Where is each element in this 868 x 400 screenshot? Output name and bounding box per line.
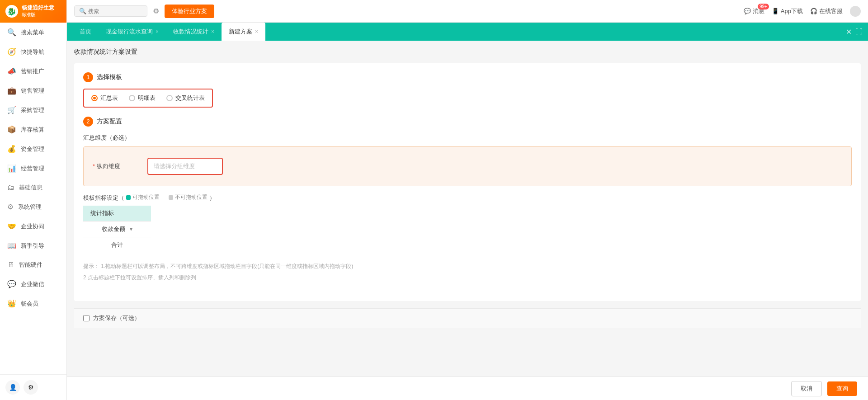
- query-button[interactable]: 查询: [827, 381, 857, 396]
- tips-section: 提示： 1.拖动标题栏可以调整布局，不可跨维度或指标区域拖动栏目字段(只能在同一…: [83, 262, 852, 283]
- topbar-actions: 💬 消息 99+ 📱 App下载 🎧 在线客服: [744, 6, 861, 17]
- step1-section: 1 选择模板 汇总表 明细表 交叉统计表: [83, 72, 852, 108]
- radio-detail-circle: [129, 95, 135, 101]
- nav-label-13: 企业微信: [21, 280, 44, 288]
- draggable-label: 可拖动位置: [126, 193, 160, 201]
- main-area: 🔍 ⚙ 体验行业方案 💬 消息 99+ 📱 App下载 🎧 在线客服: [67, 0, 868, 400]
- download-icon: 📱: [772, 8, 779, 14]
- nav-label-10: 企业协同: [21, 222, 44, 231]
- nav-icon-3: 💼: [7, 86, 16, 95]
- metrics-header-end: ）: [209, 194, 215, 201]
- footer-section: 方案保存（可选）: [74, 308, 861, 328]
- tabs-right-controls: ✕ ⛶: [846, 28, 863, 36]
- user-item[interactable]: [850, 6, 861, 17]
- sidebar-item-0[interactable]: 🔍搜索菜单: [0, 23, 66, 42]
- metrics-left: 统计指标 收款金额 ▾ 合计: [83, 206, 151, 253]
- radio-detail-label: 明细表: [138, 94, 156, 102]
- sidebar-item-3[interactable]: 💼销售管理: [0, 81, 66, 100]
- sidebar-logo: 🐉 畅捷通好生意 标准版: [0, 0, 66, 23]
- nav-label-9: 系统管理: [18, 203, 42, 211]
- nav-icon-7: 📊: [7, 164, 16, 173]
- nav-label-1: 快捷导航: [21, 48, 44, 56]
- radio-summary[interactable]: 汇总表: [91, 94, 118, 102]
- search-icon: 🔍: [79, 8, 86, 14]
- sidebar-item-14[interactable]: 👑畅会员: [0, 294, 66, 313]
- nav-label-2: 营销推广: [21, 67, 44, 75]
- tab-cashflow-close[interactable]: ×: [156, 28, 159, 35]
- notification-item[interactable]: 💬 消息 99+: [744, 7, 764, 15]
- sidebar-item-12[interactable]: 🖥智能硬件: [0, 255, 66, 274]
- step1-title: 选择模板: [97, 73, 122, 81]
- nav-label-5: 库存核算: [21, 126, 44, 134]
- tabs-close-icon[interactable]: ✕: [846, 28, 852, 36]
- sidebar-item-13[interactable]: 💬企业微信: [0, 274, 66, 294]
- sidebar-item-2[interactable]: 📣营销推广: [0, 61, 66, 81]
- sidebar-item-8[interactable]: 🗂基础信息: [0, 178, 66, 197]
- nav-icon-2: 📣: [7, 67, 16, 75]
- logo-edition: 标准版: [22, 12, 54, 18]
- sidebar-item-4[interactable]: 🛒采购管理: [0, 100, 66, 120]
- metrics-category-header[interactable]: 统计指标: [83, 206, 151, 221]
- nav-icon-6: 💰: [7, 145, 16, 153]
- nav-label-8: 基础信息: [19, 184, 42, 192]
- search-box[interactable]: 🔍: [74, 5, 147, 17]
- save-plan-checkbox[interactable]: [83, 315, 90, 321]
- dimension-arrow: ——: [127, 163, 140, 170]
- nav-icon-14: 👑: [7, 299, 16, 308]
- service-item[interactable]: 🎧 在线客服: [810, 7, 843, 15]
- tab-new-plan-close[interactable]: ×: [255, 28, 258, 35]
- sidebar-item-11[interactable]: 📖新手引导: [0, 236, 66, 255]
- search-input[interactable]: [88, 8, 142, 14]
- tab-home[interactable]: 首页: [72, 23, 99, 41]
- settings-icon[interactable]: ⚙: [153, 7, 159, 15]
- sidebar-item-7[interactable]: 📊经营管理: [0, 159, 66, 178]
- radio-cross-label: 交叉统计表: [175, 94, 205, 102]
- download-label: App下载: [781, 7, 803, 15]
- tip-2: 2.点击标题栏下拉可设置排序、插入列和删除列: [83, 273, 852, 283]
- step2-num: 2: [83, 117, 93, 127]
- tab-new-plan-label: 新建方案: [229, 28, 252, 36]
- metrics-header: 模板指标设定（ 可拖动位置 不可拖动位置 ）: [83, 193, 852, 202]
- tab-receipts[interactable]: 收款情况统计 ×: [166, 23, 222, 41]
- tab-receipts-label: 收款情况统计: [173, 28, 208, 36]
- sidebar-item-1[interactable]: 🧭快捷导航: [0, 42, 66, 61]
- tab-receipts-close[interactable]: ×: [211, 28, 214, 35]
- bottom-action-bar: 取消 查询: [67, 376, 868, 400]
- drag-dot: [126, 195, 131, 200]
- sidebar-item-5[interactable]: 📦库存核算: [0, 120, 66, 139]
- sidebar: 🐉 畅捷通好生意 标准版 🔍搜索菜单🧭快捷导航📣营销推广💼销售管理🛒采购管理📦库…: [0, 0, 67, 400]
- download-item[interactable]: 📱 App下载: [772, 7, 803, 15]
- nav-icon-0: 🔍: [7, 28, 16, 37]
- step1-header: 1 选择模板: [83, 72, 852, 82]
- metrics-header-mid: [161, 194, 167, 201]
- metrics-dropdown-icon: ▾: [130, 226, 132, 232]
- sidebar-item-10[interactable]: 🤝企业协同: [0, 216, 66, 236]
- user-avatar: [850, 6, 861, 17]
- nav-label-3: 销售管理: [21, 87, 44, 95]
- metrics-section: 模板指标设定（ 可拖动位置 不可拖动位置 ）: [83, 193, 852, 253]
- nav-label-0: 搜索菜单: [21, 28, 44, 37]
- sidebar-bottom-icon-1[interactable]: 👤: [5, 380, 20, 395]
- metrics-col-header-cell[interactable]: 收款金额 ▾: [83, 221, 151, 237]
- radio-cross[interactable]: 交叉统计表: [166, 94, 205, 102]
- tabs-expand-icon[interactable]: ⛶: [855, 28, 863, 36]
- step2-title: 方案配置: [97, 118, 122, 126]
- dimension-selector[interactable]: 请选择分组维度: [147, 158, 223, 175]
- nav-label-4: 采购管理: [21, 106, 44, 114]
- tab-new-plan[interactable]: 新建方案 ×: [222, 23, 265, 41]
- nav-label-6: 资金管理: [21, 145, 44, 153]
- dimension-area: 纵向维度 —— 请选择分组维度: [83, 146, 852, 186]
- vertical-dim-label: 纵向维度: [93, 162, 120, 170]
- config-section: 汇总维度（必选） 纵向维度 —— 请选择分组维度: [83, 134, 852, 283]
- sidebar-bottom-icon-2[interactable]: ⚙: [24, 380, 38, 395]
- cancel-button[interactable]: 取消: [791, 381, 822, 396]
- nav-label-11: 新手引导: [21, 242, 44, 250]
- sidebar-nav: 🔍搜索菜单🧭快捷导航📣营销推广💼销售管理🛒采购管理📦库存核算💰资金管理📊经营管理…: [0, 23, 66, 374]
- radio-detail[interactable]: 明细表: [129, 94, 156, 102]
- tab-cashflow[interactable]: 现金银行流水查询 ×: [99, 23, 166, 41]
- page-title: 收款情况统计方案设置: [74, 48, 861, 56]
- sidebar-item-6[interactable]: 💰资金管理: [0, 139, 66, 159]
- sidebar-item-9[interactable]: ⚙系统管理: [0, 197, 66, 216]
- nav-icon-4: 🛒: [7, 106, 16, 114]
- trial-button[interactable]: 体验行业方案: [165, 5, 214, 18]
